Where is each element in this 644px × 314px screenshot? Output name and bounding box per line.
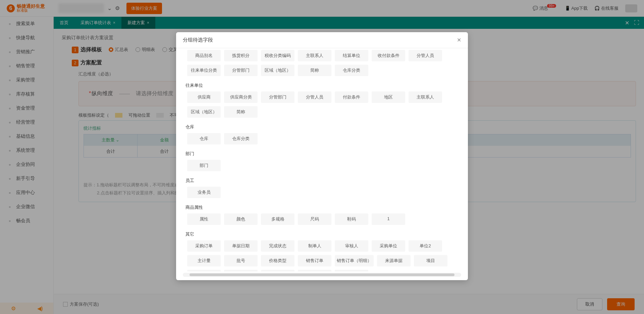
field-option[interactable]: 仓库分类 xyxy=(335,65,368,76)
field-option[interactable]: 结算单位 xyxy=(335,50,368,61)
field-option[interactable]: 行中止 xyxy=(224,270,258,271)
field-group-title: 其它 xyxy=(185,231,459,237)
field-option[interactable]: 付款条件 xyxy=(335,91,368,103)
field-option[interactable]: 区域（地区） xyxy=(187,106,221,118)
modal-title: 分组待选字段 xyxy=(183,37,213,43)
field-option[interactable]: 主联系人 xyxy=(298,50,331,61)
field-option[interactable]: 颜色 xyxy=(224,213,258,225)
field-option[interactable]: 拣货积分 xyxy=(224,50,258,61)
field-option[interactable]: 往来单位分类 xyxy=(187,65,221,76)
field-option[interactable]: 完成状态 xyxy=(261,240,294,252)
modal-header: 分组待选字段 ✕ xyxy=(176,32,468,48)
field-option[interactable]: 采购订单 xyxy=(187,240,221,252)
field-picker-modal: 分组待选字段 ✕ 商品别名拣货积分税收分类编码主联系人结算单位收付款条件分管人员… xyxy=(176,32,468,280)
field-option[interactable]: 单位2 xyxy=(409,240,442,252)
scrollbar-thumb[interactable] xyxy=(190,273,454,276)
field-group-title: 部门 xyxy=(185,151,459,157)
field-option[interactable]: 地区 xyxy=(372,91,405,103)
field-option[interactable]: 销售订单 xyxy=(298,255,331,266)
field-option[interactable]: 审核人 xyxy=(335,240,368,252)
field-option[interactable]: 来源单据 xyxy=(377,255,411,266)
field-group-title: 往来单位 xyxy=(185,82,459,88)
field-option[interactable]: 收付款条件 xyxy=(372,50,405,61)
field-option[interactable]: 价格类型 xyxy=(261,255,294,266)
field-option[interactable]: 是否开票 xyxy=(335,270,368,271)
field-option[interactable]: 项目 xyxy=(414,255,447,266)
field-option[interactable]: 主联系人 xyxy=(409,91,442,103)
field-option[interactable]: 部门 xyxy=(187,160,221,171)
field-option[interactable]: 简称 xyxy=(298,65,331,76)
field-option[interactable]: 零件名称 xyxy=(298,270,331,271)
field-group-title: 仓库 xyxy=(185,124,459,130)
field-option[interactable]: 分管人员 xyxy=(409,50,442,61)
field-option[interactable]: 商品别名 xyxy=(187,50,221,61)
field-option[interactable]: 尺码 xyxy=(298,213,331,225)
field-option[interactable]: 多规格 xyxy=(261,213,294,225)
field-option[interactable]: 业务员 xyxy=(187,187,221,198)
field-option[interactable]: 简称 xyxy=(224,106,258,118)
field-group-title: 员工 xyxy=(185,178,459,184)
field-option[interactable]: 项目分类 xyxy=(187,270,221,271)
field-option[interactable]: 供应商分类 xyxy=(224,91,258,103)
field-option[interactable]: 1 xyxy=(372,213,405,225)
field-option[interactable]: 主计量 xyxy=(187,255,221,266)
modal-body: 商品别名拣货积分税收分类编码主联系人结算单位收付款条件分管人员 往来单位分类分管… xyxy=(176,48,468,271)
field-option[interactable]: 采购单位 xyxy=(372,240,405,252)
horizontal-scrollbar[interactable] xyxy=(183,273,461,277)
field-group-title: 商品属性 xyxy=(185,204,459,210)
field-option[interactable]: 分管人员 xyxy=(298,91,331,103)
field-option[interactable]: 税收分类编码 xyxy=(261,50,294,61)
field-option[interactable]: 制单人 xyxy=(298,240,331,252)
field-option[interactable]: 仓库分类 xyxy=(224,133,258,144)
field-option[interactable]: 鞋码 xyxy=(335,213,368,225)
field-option[interactable]: 销售订单（明细） xyxy=(335,255,374,266)
field-option[interactable]: 仓库 xyxy=(187,133,221,144)
close-icon[interactable]: ✕ xyxy=(457,37,461,43)
field-option[interactable]: 分管部门 xyxy=(261,91,294,103)
field-option[interactable]: 单据日期 xyxy=(224,240,258,252)
field-option[interactable]: 分管部门 xyxy=(224,65,258,76)
field-option[interactable]: 属性 xyxy=(187,213,221,225)
field-option[interactable]: 供应商 xyxy=(187,91,221,103)
field-option[interactable]: 区域（地区） xyxy=(261,65,294,76)
field-option[interactable]: 批号 xyxy=(224,255,258,266)
field-option[interactable]: 车架号 xyxy=(261,270,294,271)
